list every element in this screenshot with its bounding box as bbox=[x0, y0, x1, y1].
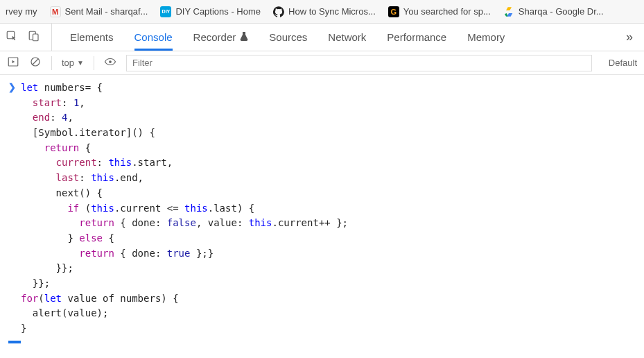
play-icon[interactable] bbox=[7, 56, 19, 70]
console-body: ❯ let numbers= { start: 1, end: 4, [Symb… bbox=[0, 75, 644, 349]
context-selector[interactable]: top ▼ bbox=[62, 58, 84, 68]
tab-memory[interactable]: Memory bbox=[467, 24, 505, 50]
console-input-row[interactable]: ❯ let numbers= { start: 1, end: 4, [Symb… bbox=[8, 80, 641, 336]
console-code: let numbers= { start: 1, end: 4, [Symbol… bbox=[21, 80, 348, 336]
tabs-overflow-icon[interactable]: » bbox=[620, 30, 638, 44]
tab-network[interactable]: Network bbox=[328, 24, 366, 50]
tab-recorder[interactable]: Recorder bbox=[193, 24, 249, 50]
log-levels-selector[interactable]: Default bbox=[602, 58, 637, 68]
site-g-icon: G bbox=[388, 6, 399, 17]
tab-performance[interactable]: Performance bbox=[387, 24, 446, 50]
devtools-left-icons bbox=[6, 24, 52, 51]
svg-point-6 bbox=[109, 60, 112, 63]
bookmarks-bar: rvey my M Sent Mail - sharqaf... DIY DIY… bbox=[0, 0, 644, 24]
console-toolbar: top ▼ Default bbox=[0, 51, 644, 75]
chevron-down-icon: ▼ bbox=[77, 59, 84, 67]
tab-console[interactable]: Console bbox=[134, 24, 173, 50]
bookmark-item[interactable]: How to Sync Micros... bbox=[273, 6, 376, 17]
bookmark-label: Sharqa - Google Dr... bbox=[519, 6, 604, 17]
live-expression-icon[interactable] bbox=[104, 56, 116, 70]
svg-rect-2 bbox=[33, 34, 39, 41]
bookmark-item[interactable]: DIY DIY Captions - Home bbox=[160, 6, 261, 17]
devtools-tabstrip: Elements Console Recorder Sources Networ… bbox=[0, 24, 644, 51]
bookmark-label: rvey my bbox=[6, 6, 37, 17]
github-icon bbox=[273, 6, 284, 17]
separator bbox=[51, 56, 52, 70]
filter-input[interactable] bbox=[126, 55, 592, 71]
inspect-element-icon[interactable] bbox=[6, 30, 18, 44]
tab-elements[interactable]: Elements bbox=[70, 24, 114, 50]
bottom-accent bbox=[8, 341, 21, 343]
device-toggle-icon[interactable] bbox=[28, 30, 40, 44]
prompt-arrow-icon: ❯ bbox=[8, 80, 21, 92]
flask-icon bbox=[240, 31, 248, 43]
bookmark-item[interactable]: Sharqa - Google Dr... bbox=[503, 6, 604, 17]
svg-line-5 bbox=[33, 59, 38, 65]
tab-sources[interactable]: Sources bbox=[269, 24, 307, 50]
bookmark-label: You searched for sp... bbox=[403, 6, 491, 17]
separator bbox=[94, 56, 94, 70]
clear-console-icon[interactable] bbox=[29, 56, 42, 70]
bookmark-label: How to Sync Micros... bbox=[288, 6, 376, 17]
devtools-tabs: Elements Console Recorder Sources Networ… bbox=[52, 24, 620, 50]
bookmark-label: Sent Mail - sharqaf... bbox=[65, 6, 148, 17]
gmail-icon: M bbox=[50, 6, 61, 17]
bookmark-item[interactable]: G You searched for sp... bbox=[388, 6, 491, 17]
diy-icon: DIY bbox=[160, 6, 171, 17]
google-drive-icon bbox=[503, 6, 514, 17]
bookmark-label: DIY Captions - Home bbox=[175, 6, 261, 17]
bookmark-item[interactable]: M Sent Mail - sharqaf... bbox=[50, 6, 148, 17]
bookmark-item[interactable]: rvey my bbox=[6, 6, 37, 17]
